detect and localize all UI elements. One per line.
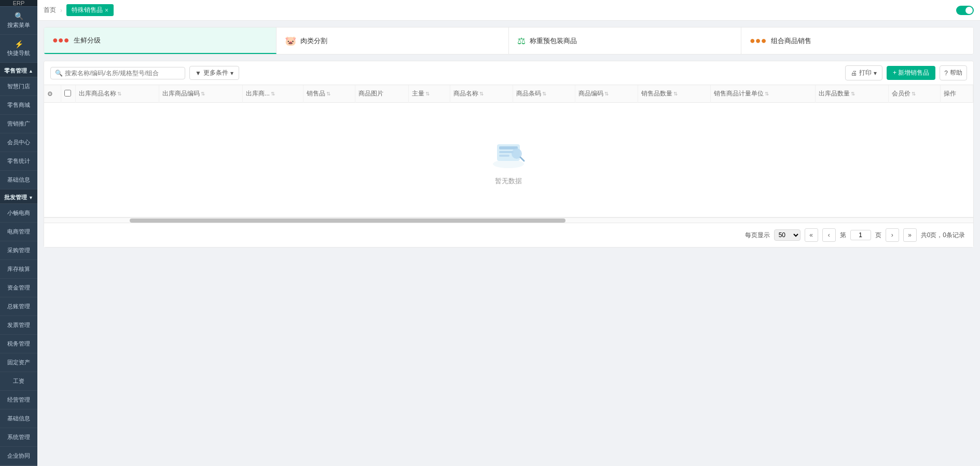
tab-fresh-grade[interactable]: ●●● 生鲜分级 bbox=[44, 28, 277, 54]
sort-icon2[interactable]: ⇅ bbox=[201, 91, 205, 97]
sidebar-logo: ERP bbox=[0, 0, 37, 7]
sidebar-item-label: 营销推广 bbox=[7, 120, 30, 128]
filter-label: 更多条件 bbox=[203, 68, 228, 77]
toolbar-right: 🖨 打印 ▾ + 新增销售品 ? 帮助 bbox=[845, 65, 967, 80]
page-unit: 页 bbox=[875, 231, 881, 240]
meat-split-icon: 🐷 bbox=[285, 35, 296, 47]
sidebar-group-retail[interactable]: 零售管理 ▲ bbox=[0, 63, 37, 77]
horizontal-scroll-bar[interactable] bbox=[44, 217, 973, 223]
sidebar-item-basic-info[interactable]: 基础信息 bbox=[0, 409, 37, 428]
breadcrumb-home[interactable]: 首页 bbox=[44, 6, 56, 15]
sort-icon6[interactable]: ⇅ bbox=[479, 91, 484, 97]
sort-icon8[interactable]: ⇅ bbox=[604, 91, 609, 97]
sidebar-item-label: 采购管理 bbox=[7, 246, 30, 254]
sidebar-item-label: 小畅电商 bbox=[7, 209, 30, 217]
search-input[interactable] bbox=[65, 70, 181, 77]
sidebar-item-basic-info-retail[interactable]: 基础信息 bbox=[0, 171, 37, 189]
tab-combo-sales[interactable]: ●●● 组合商品销售 bbox=[741, 28, 973, 54]
sort-icon4[interactable]: ⇅ bbox=[326, 91, 330, 97]
sort-icon7[interactable]: ⇅ bbox=[542, 91, 546, 97]
next-page-button[interactable]: › bbox=[886, 228, 899, 242]
empty-state: 暂无数据 bbox=[44, 103, 973, 217]
sidebar-item-member-center[interactable]: 会员中心 bbox=[0, 133, 37, 152]
chevron-down-icon: ▲ bbox=[29, 68, 33, 74]
sidebar-item-capital[interactable]: 资金管理 bbox=[0, 279, 37, 297]
table-header-row: ⚙ 出库商品名称⇅ 出库商品编码⇅ 出库商...⇅ 销售品⇅ 商品图片 主量⇅ … bbox=[44, 85, 973, 103]
sidebar-item-company-coop[interactable]: 企业协同 bbox=[0, 447, 37, 465]
sidebar-item-label: 税务管理 bbox=[7, 340, 30, 348]
sort-icon5[interactable]: ⇅ bbox=[425, 91, 430, 97]
total-label: 共0页，0条记录 bbox=[921, 231, 965, 240]
filter-icon: ▼ bbox=[195, 70, 201, 77]
first-page-button[interactable]: « bbox=[805, 228, 818, 242]
sort-icon9[interactable]: ⇅ bbox=[673, 91, 678, 97]
print-button[interactable]: 🖨 打印 ▾ bbox=[845, 65, 882, 80]
col-checkbox[interactable] bbox=[61, 85, 75, 103]
toolbar: 🔍 ▼ 更多条件 ▾ 🖨 打印 ▾ + 新增销售品 bbox=[44, 61, 973, 85]
sidebar-item-retail-mall[interactable]: 零售商城 bbox=[0, 96, 37, 115]
close-tab-icon[interactable]: × bbox=[105, 7, 108, 14]
print-label: 打印 bbox=[859, 68, 872, 77]
sort-icon3[interactable]: ⇅ bbox=[271, 91, 275, 97]
sidebar-item-mini-ecom[interactable]: 小畅电商 bbox=[0, 204, 37, 223]
retail-group-label: 零售管理 bbox=[4, 67, 27, 75]
breadcrumb-separator: › bbox=[60, 7, 62, 14]
filter-button[interactable]: ▼ 更多条件 ▾ bbox=[189, 66, 239, 80]
tab-label: 肉类分割 bbox=[300, 36, 327, 46]
sidebar-item-label: 工资 bbox=[13, 377, 24, 385]
sidebar-item-fixed-assets[interactable]: 固定资产 bbox=[0, 353, 37, 372]
sidebar-item-invoice[interactable]: 发票管理 bbox=[0, 316, 37, 335]
table-scroll[interactable]: ⚙ 出库商品名称⇅ 出库商品编码⇅ 出库商...⇅ 销售品⇅ 商品图片 主量⇅ … bbox=[44, 85, 973, 217]
scroll-thumb[interactable] bbox=[130, 218, 565, 223]
col-actions: 操作 bbox=[941, 85, 973, 103]
tab-label: 组合商品销售 bbox=[771, 36, 811, 46]
sidebar-item-purchase[interactable]: 采购管理 bbox=[0, 241, 37, 260]
sidebar-item-wages[interactable]: 工资 bbox=[0, 372, 37, 391]
sidebar-item-inventory[interactable]: 库存核算 bbox=[0, 260, 37, 279]
sort-icon11[interactable]: ⇅ bbox=[851, 91, 855, 97]
sidebar-item-summary[interactable]: 总账管理 bbox=[0, 297, 37, 316]
sidebar-item-label: 智慧门店 bbox=[7, 83, 30, 90]
active-tab-label: 特殊销售品 bbox=[72, 6, 103, 15]
page-label: 第 bbox=[840, 231, 846, 240]
tab-weight-pack[interactable]: ⚖ 称重预包装商品 bbox=[509, 28, 741, 54]
sidebar-item-label: 基础信息 bbox=[7, 176, 30, 184]
add-button[interactable]: + 新增销售品 bbox=[887, 66, 935, 80]
prev-page-button[interactable]: ‹ bbox=[822, 228, 836, 242]
tab-meat-split[interactable]: 🐷 肉类分割 bbox=[277, 28, 509, 54]
sidebar-group-wholesale[interactable]: 批发管理 ▼ bbox=[0, 189, 37, 204]
sidebar-item-quick-nav[interactable]: ⚡ 快捷导航 bbox=[0, 35, 37, 63]
sidebar-item-search-menu[interactable]: 🔍 搜索菜单 bbox=[0, 7, 37, 35]
weight-pack-icon: ⚖ bbox=[517, 35, 526, 47]
col-settings[interactable]: ⚙ bbox=[44, 85, 61, 103]
toggle-switch[interactable] bbox=[956, 6, 974, 15]
sidebar-item-smart-store[interactable]: 智慧门店 bbox=[0, 77, 37, 96]
page-size-select[interactable]: 50 10 20 100 bbox=[774, 229, 800, 241]
sort-icon10[interactable]: ⇅ bbox=[765, 91, 769, 97]
sort-icon[interactable]: ⇅ bbox=[117, 91, 121, 97]
active-tab-tag[interactable]: 特殊销售品 × bbox=[66, 4, 114, 16]
main-content: 首页 › 特殊销售品 × ●●● 生鲜分级 🐷 肉类分割 ⚖ 称重预包装商品 bbox=[37, 0, 980, 466]
page-number-input[interactable] bbox=[850, 230, 871, 240]
select-all-checkbox[interactable] bbox=[64, 90, 71, 97]
col-out-spec: 出库商...⇅ bbox=[242, 85, 303, 103]
help-button[interactable]: ? 帮助 bbox=[940, 65, 967, 80]
sidebar-item-retail-stats[interactable]: 零售统计 bbox=[0, 152, 37, 171]
sort-icon12[interactable]: ⇅ bbox=[912, 91, 916, 97]
sidebar-item-sales-promo[interactable]: 营销推广 bbox=[0, 115, 37, 133]
sidebar-item-system[interactable]: 系统管理 bbox=[0, 428, 37, 447]
sidebar-item-tax[interactable]: 税务管理 bbox=[0, 335, 37, 353]
last-page-button[interactable]: » bbox=[903, 228, 917, 242]
sidebar-item-ecom-mgmt[interactable]: 电商管理 bbox=[0, 223, 37, 241]
search-box[interactable]: 🔍 bbox=[50, 67, 185, 79]
sidebar-item-label: 资金管理 bbox=[7, 284, 30, 292]
search-menu-icon: 🔍 bbox=[15, 12, 23, 20]
sidebar-item-label: 经营管理 bbox=[7, 396, 30, 404]
sidebar-item-ops[interactable]: 经营管理 bbox=[0, 391, 37, 409]
chevron-down-icon2: ▼ bbox=[29, 195, 33, 200]
help-icon: ? bbox=[944, 70, 948, 77]
col-out-name: 出库商品名称⇅ bbox=[75, 85, 159, 103]
col-sale-unit: 销售商品计量单位⇅ bbox=[711, 85, 816, 103]
sidebar-item-label: 发票管理 bbox=[7, 321, 30, 329]
table-container: 🔍 ▼ 更多条件 ▾ 🖨 打印 ▾ + 新增销售品 bbox=[44, 61, 974, 248]
